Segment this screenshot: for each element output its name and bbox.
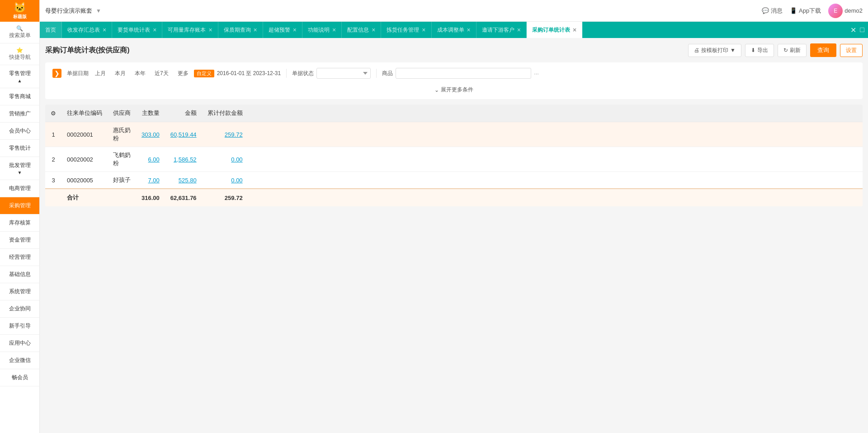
sidebar-item-inventory[interactable]: 库存核算	[0, 214, 39, 232]
row-quantity[interactable]: 6.00	[136, 147, 165, 172]
tab-cost-adjust-close[interactable]: ×	[467, 26, 471, 33]
date-btn-this-year[interactable]: 本年	[131, 69, 149, 78]
purchase-label: 采购管理	[9, 202, 31, 209]
tab-overstock-close[interactable]: ×	[293, 26, 297, 33]
tab-pick-task-close[interactable]: ×	[422, 26, 425, 33]
sidebar-item-search[interactable]: 🔍 搜索菜单	[0, 22, 39, 43]
export-label: 导出	[757, 47, 768, 54]
footer-amount: 62,631.76	[165, 189, 202, 206]
new-guide-label: 新手引导	[9, 322, 31, 330]
sidebar-item-enterprise-wechat[interactable]: 企业微信	[0, 352, 39, 369]
row-paid[interactable]: 0.00	[202, 172, 248, 189]
tab-cost-adjust[interactable]: 成本调整单 ×	[432, 22, 476, 38]
quick-nav-icon: ⭐	[3, 47, 37, 53]
footer-empty	[108, 189, 136, 206]
sidebar-item-retail-stat[interactable]: 零售统计	[0, 140, 39, 157]
row-amount[interactable]: 525.80	[165, 172, 202, 189]
tab-warranty[interactable]: 保质期查询 ×	[218, 22, 263, 38]
table-body: 1 00020001 惠氏奶粉 303.00 60,519.44 259.72 …	[45, 122, 863, 189]
status-filter-label: 单据状态	[292, 70, 314, 77]
tab-home[interactable]: 首页	[40, 22, 62, 38]
system-label: 系统管理	[9, 288, 31, 295]
th-paid: 累计付款金额	[202, 105, 248, 122]
tab-purchase-stat[interactable]: 要货单统计表 ×	[112, 22, 162, 38]
footer-extra	[248, 189, 863, 206]
ecommerce-label: 电商管理	[9, 185, 31, 192]
tab-purchase-order-stat-close[interactable]: ×	[573, 26, 576, 33]
tab-receive-pay-label: 收发存汇总表	[67, 26, 100, 34]
sidebar-item-basic-info[interactable]: 基础信息	[0, 266, 39, 283]
sidebar-item-retail-manage[interactable]: 零售管理 ▲	[0, 65, 39, 88]
tab-invite-downstream-label: 邀请下游客户	[482, 26, 514, 34]
sidebar-item-purchase[interactable]: 采购管理	[0, 197, 39, 214]
footer-quantity: 316.00	[136, 189, 165, 206]
sidebar-item-system[interactable]: 系统管理	[0, 283, 39, 300]
tab-restore-button[interactable]: □	[860, 26, 864, 34]
export-button[interactable]: ⬇ 导出	[745, 44, 774, 57]
tab-pick-task[interactable]: 拣货任务管理 ×	[381, 22, 431, 38]
filter-row: ❯ 单据日期 上月 本月 本年 近7天 更多 自定义 2016-01-01 至 …	[52, 68, 855, 79]
goods-more-icon[interactable]: ···	[534, 70, 539, 77]
sidebar-item-enterprise-collab[interactable]: 企业协同	[0, 300, 39, 318]
footer-label: 合计	[61, 189, 108, 206]
print-button[interactable]: 🖨 按模板打印 ▼	[688, 44, 741, 57]
th-settings[interactable]: ⚙	[45, 105, 61, 122]
row-quantity[interactable]: 7.00	[136, 172, 165, 189]
tab-function-desc-close[interactable]: ×	[332, 26, 336, 33]
sidebar-item-wholesale[interactable]: 批发管理 ▼	[0, 157, 39, 180]
date-btn-7days[interactable]: 近7天	[151, 69, 172, 78]
tab-purchase-stat-close[interactable]: ×	[153, 26, 156, 33]
workspace-dropdown-icon[interactable]: ▼	[96, 8, 101, 14]
tab-purchase-order-stat[interactable]: 采购订单统计表 ×	[527, 22, 582, 38]
filter-expand-toggle[interactable]: ❯	[52, 69, 61, 78]
user-profile[interactable]: E demo2	[828, 4, 863, 18]
row-amount[interactable]: 60,519.44	[165, 122, 202, 147]
tab-overstock[interactable]: 超储预警 ×	[263, 22, 302, 38]
column-settings-icon[interactable]: ⚙	[51, 110, 56, 117]
sidebar-item-operation[interactable]: 经营管理	[0, 249, 39, 266]
sidebar-item-quick-nav[interactable]: ⭐ 快捷导航	[0, 43, 39, 65]
message-button[interactable]: 💬 消息	[762, 7, 783, 15]
sidebar-item-app-center[interactable]: 应用中心	[0, 335, 39, 352]
sidebar-item-finance[interactable]: 资金管理	[0, 232, 39, 249]
tab-function-desc[interactable]: 功能说明 ×	[302, 22, 342, 38]
row-paid[interactable]: 0.00	[202, 147, 248, 172]
goods-filter-input[interactable]	[396, 68, 531, 79]
tab-receive-pay[interactable]: 收发存汇总表 ×	[62, 22, 112, 38]
tab-invite-downstream-close[interactable]: ×	[517, 26, 521, 33]
expand-more-conditions[interactable]: ⌄ 展开更多条件	[52, 86, 855, 94]
table-row: 1 00020001 惠氏奶粉 303.00 60,519.44 259.72	[45, 122, 863, 147]
row-paid[interactable]: 259.72	[202, 122, 248, 147]
row-quantity[interactable]: 303.00	[136, 122, 165, 147]
tab-config-info[interactable]: 配置信息 ×	[342, 22, 381, 38]
status-filter-select[interactable]	[316, 68, 371, 79]
tab-cost-adjust-label: 成本调整单	[437, 26, 464, 34]
date-filter-label: 单据日期	[67, 70, 89, 77]
sidebar-item-marketing[interactable]: 营销推广	[0, 105, 39, 123]
tab-close-all-button[interactable]: ✕	[850, 26, 856, 34]
logo-icon: 🐱	[14, 2, 26, 14]
custom-date-badge[interactable]: 自定义	[194, 70, 214, 77]
date-btn-last-month[interactable]: 上月	[91, 69, 109, 78]
sidebar-item-member[interactable]: 会员中心	[0, 123, 39, 140]
tab-inventory-book-close[interactable]: ×	[208, 26, 212, 33]
date-btn-this-month[interactable]: 本月	[111, 69, 129, 78]
sidebar-item-new-guide[interactable]: 新手引导	[0, 318, 39, 335]
tab-invite-downstream[interactable]: 邀请下游客户 ×	[476, 22, 527, 38]
sidebar-item-retail-store[interactable]: 零售商城	[0, 88, 39, 105]
top-bar-left: 母婴行业演示账套 ▼	[45, 7, 101, 15]
sidebar-item-ecommerce[interactable]: 电商管理	[0, 180, 39, 197]
retail-manage-label: 零售管理	[9, 70, 31, 77]
tab-warranty-close[interactable]: ×	[254, 26, 257, 33]
row-extra	[248, 172, 863, 189]
tab-config-info-close[interactable]: ×	[372, 26, 375, 33]
row-amount[interactable]: 1,586.52	[165, 147, 202, 172]
settings-button[interactable]: 设置	[840, 44, 863, 57]
sidebar-item-member2[interactable]: 畅会员	[0, 369, 39, 386]
app-download-button[interactable]: 📱 App下载	[790, 7, 821, 15]
tab-receive-pay-close[interactable]: ×	[103, 26, 106, 33]
tab-inventory-book[interactable]: 可用量库存账本 ×	[162, 22, 218, 38]
query-button[interactable]: 查询	[810, 43, 836, 57]
refresh-button[interactable]: ↻ 刷新	[778, 44, 807, 57]
date-btn-more[interactable]: 更多	[174, 69, 192, 78]
